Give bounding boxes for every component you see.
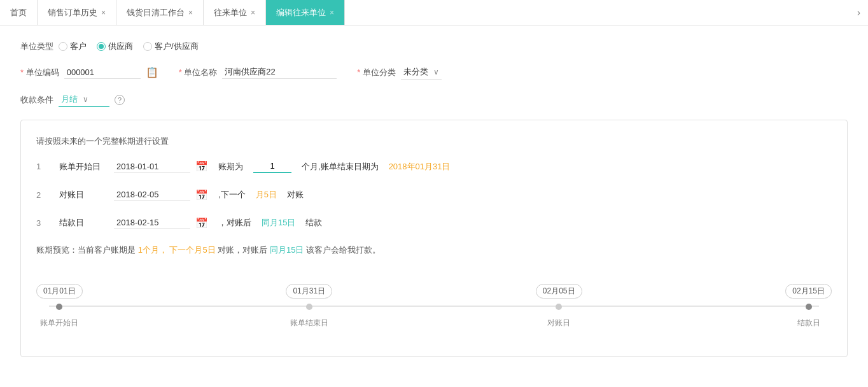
row-2-highlight: 月5日 [256,189,277,201]
timeline-point-0: 01月01日 账单开始日 [36,284,83,328]
close-sales-history-icon[interactable]: × [101,8,106,17]
unit-code-label: 单位编码 [20,67,59,78]
row-3-calendar-icon[interactable]: 📅 [195,217,208,229]
timeline-label-0: 账单开始日 [40,318,78,328]
payment-condition-label: 收款条件 [20,94,53,106]
unit-name-label: 单位名称 [179,67,218,78]
row-1-calendar-icon[interactable]: 📅 [195,160,208,172]
code-name-row: 单位编码 📋 单位名称 单位分类 未分类 ∨ [20,65,848,80]
unit-type-row: 单位类型 客户 供应商 客户/供应商 [20,41,848,52]
main-content: 单位类型 客户 供应商 客户/供应商 单位编码 📋 [0,25,868,387]
tab-sales-history[interactable]: 销售订单历史 × [38,0,116,25]
tab-home[interactable]: 首页 [0,0,38,25]
row-2-label: 对账日 [59,189,104,201]
timeline: 01月01日 账单开始日 01月31日 账单结束日 02月05日 对账日 02月… [36,271,832,341]
tab-edit-partner[interactable]: 编辑往来单位 × [266,0,345,25]
row-2-num: 2 [36,190,49,200]
timeline-badge-0: 01月01日 [36,284,83,299]
timeline-dot-1 [306,304,312,310]
row-3-desc-suffix: 结款 [305,217,322,229]
unit-code-field: 单位编码 📋 [20,66,158,79]
preview-text: 账期预览：当前客户账期是 1个月， 下一个月5日 对账，对账后 同月15日 该客… [36,244,832,256]
row-1-label: 账单开始日 [59,161,104,172]
setting-row-1: 1 账单开始日 📅 账期为 个月,账单结束日期为 2018年01月31日 [36,160,832,173]
radio-both[interactable]: 客户/供应商 [143,41,199,52]
timeline-point-1: 01月31日 账单结束日 [286,284,332,328]
close-cash-work-icon[interactable]: × [188,8,193,17]
timeline-dot-2 [556,304,562,310]
timeline-badge-1: 01月31日 [286,284,332,299]
radio-supplier-circle [97,42,106,51]
payment-dropdown-arrow-icon: ∨ [83,95,88,104]
row-1-desc-prefix: 账期为 [218,161,243,172]
row-2-date-input[interactable] [114,188,190,201]
radio-supplier[interactable]: 供应商 [97,41,133,52]
row-2-date: 📅 [114,188,208,201]
payment-condition-field: 收款条件 月结 ∨ ? [20,92,125,107]
row-2-desc-suffix: 对账 [287,189,304,201]
timeline-badge-2: 02月05日 [536,284,582,299]
timeline-dot-3 [806,304,812,310]
row-1-num: 1 [36,162,49,171]
unit-name-input[interactable] [222,66,337,79]
timeline-badge-3: 02月15日 [785,284,832,299]
timeline-dot-0 [56,304,62,310]
unit-category-label: 单位分类 [357,67,396,78]
tab-more-button[interactable]: › [850,7,868,18]
unit-code-input[interactable] [64,66,141,79]
row-1-date-input[interactable] [114,160,190,173]
panel-title: 请按照未来的一个完整帐期进行设置 [36,136,832,147]
radio-customer[interactable]: 客户 [59,41,87,52]
payment-condition-value: 月结 [61,94,78,105]
row-1-highlight: 2018年01月31日 [389,161,451,172]
close-edit-partner-icon[interactable]: × [330,8,334,17]
preview-reconcile-date: 下一个月5日 [169,245,215,255]
unit-type-field: 单位类型 客户 供应商 客户/供应商 [20,41,199,52]
settings-panel: 请按照未来的一个完整帐期进行设置 1 账单开始日 📅 账期为 个月,账单结束日期… [20,120,848,357]
timeline-label-2: 对账日 [547,318,570,328]
payment-condition-dropdown[interactable]: 月结 ∨ [59,92,109,107]
category-arrow-icon: ∨ [433,67,439,76]
setting-row-3: 3 结款日 📅 ，对账后 同月15日 结款 [36,216,832,229]
row-3-date: 📅 [114,216,208,229]
payment-row: 收款条件 月结 ∨ ? [20,92,848,107]
row-3-desc-prefix: ，对账后 [218,217,251,229]
row-3-label: 结款日 [59,217,104,229]
timeline-label-3: 结款日 [797,318,820,328]
unit-category-field: 单位分类 未分类 ∨ [357,65,442,80]
unit-type-label: 单位类型 [20,41,53,52]
radio-group: 客户 供应商 客户/供应商 [59,41,199,52]
preview-payment-date: 同月15日 [270,245,304,255]
unit-category-dropdown[interactable]: 未分类 ∨ [401,65,442,80]
row-1-desc-suffix: 个月,账单结束日期为 [302,161,379,172]
row-2-calendar-icon[interactable]: 📅 [195,189,208,201]
tab-partner-unit[interactable]: 往来单位 × [204,0,266,25]
setting-row-2: 2 对账日 📅 ,下一个 月5日 对账 [36,188,832,201]
preview-period: 1个月， [138,245,167,255]
tab-bar: 首页 销售订单历史 × 钱货日清工作台 × 往来单位 × 编辑往来单位 × › [0,0,868,25]
unit-code-icon[interactable]: 📋 [146,66,158,78]
timeline-point-3: 02月15日 结款日 [785,284,832,328]
row-3-num: 3 [36,218,49,228]
timeline-points: 01月01日 账单开始日 01月31日 账单结束日 02月05日 对账日 02月… [36,284,832,328]
radio-both-circle [143,42,152,51]
unit-name-field: 单位名称 [179,66,337,79]
timeline-label-1: 账单结束日 [290,318,328,328]
close-partner-unit-icon[interactable]: × [251,8,255,17]
row-2-desc-prefix: ,下一个 [218,189,246,201]
row-3-highlight: 同月15日 [262,217,295,229]
row-3-date-input[interactable] [114,216,190,229]
radio-customer-circle [59,42,67,51]
row-1-date: 📅 [114,160,208,173]
timeline-point-2: 02月05日 对账日 [536,284,582,328]
payment-help-icon[interactable]: ? [115,95,125,105]
tab-cash-work[interactable]: 钱货日清工作台 × [116,0,204,25]
period-input[interactable] [253,160,291,173]
